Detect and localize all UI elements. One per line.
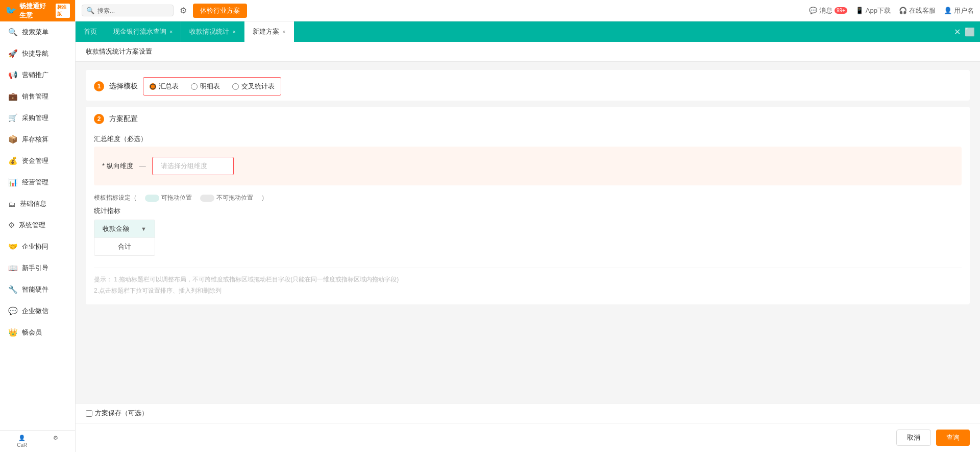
hint-not-draggable: 不可拖动位置: [200, 194, 253, 202]
search-input[interactable]: [97, 7, 159, 14]
home-label: 首页: [84, 27, 97, 36]
topbar: 🔍 ⚙ 体验行业方案 💬 消息 99+ 📱 App下载 🎧 在线客服 👤 用户名: [76, 0, 980, 21]
radio-summary[interactable]: 汇总表: [150, 82, 179, 91]
cancel-button[interactable]: 取消: [896, 430, 931, 446]
sidebar-bottom-item-1[interactable]: 👤 CaR: [17, 435, 27, 448]
tab-collection-stat-label: 收款情况统计: [189, 27, 229, 36]
sidebar-item-hardware[interactable]: 🔧 智能硬件: [0, 279, 75, 300]
radio-detail[interactable]: 明细表: [191, 82, 220, 91]
sidebar-item-label: 快捷导航: [22, 49, 48, 58]
page-header: 收款情况统计方案设置: [76, 42, 980, 62]
hint-close-paren: ）: [261, 194, 267, 202]
message-item[interactable]: 💬 消息 99+: [809, 6, 847, 15]
message-badge: 99+: [835, 7, 847, 14]
tab-collection-stat[interactable]: 收款情况统计 ×: [181, 21, 244, 42]
topbar-search-box[interactable]: 🔍: [82, 5, 174, 16]
wechat-icon: 💬: [8, 306, 18, 316]
save-checkbox[interactable]: [86, 410, 92, 417]
sidebar-item-sales[interactable]: 💼 销售管理: [0, 86, 75, 107]
system-icon: ⚙: [8, 221, 15, 230]
close-window-icon[interactable]: ✕: [954, 27, 961, 37]
sidebar-item-wechat[interactable]: 💬 企业微信: [0, 300, 75, 322]
sidebar-bottom-item-2[interactable]: ⚙: [53, 435, 58, 448]
sidebar-item-enterprise[interactable]: 🤝 企业协同: [0, 236, 75, 257]
vertical-dim-label: * 纵向维度: [102, 161, 133, 171]
management-icon: 📊: [8, 178, 18, 187]
sidebar-item-search[interactable]: 🔍 搜索菜单: [0, 21, 75, 43]
tab-new-plan[interactable]: 新建方案 ×: [244, 21, 294, 42]
subsection-dim-title: 汇总维度（必选）: [94, 129, 962, 147]
step1-badge: 1: [94, 81, 104, 91]
download-icon: 📱: [855, 7, 864, 14]
template-options: 汇总表 明细表 交叉统计表: [143, 77, 281, 96]
username-label: 用户名: [954, 6, 974, 15]
user-item[interactable]: 👤 用户名: [944, 6, 974, 15]
tab-home[interactable]: 首页: [76, 21, 105, 42]
maximize-icon[interactable]: ⬜: [965, 27, 975, 37]
radio-crosstab[interactable]: 交叉统计表: [232, 82, 275, 91]
app-download-item[interactable]: 📱 App下载: [855, 6, 891, 15]
trial-button[interactable]: 体验行业方案: [193, 4, 247, 18]
dimension-select[interactable]: 请选择分组维度: [152, 157, 234, 175]
sidebar-item-management[interactable]: 📊 经营管理: [0, 172, 75, 193]
indicator-table: 收款金额 ▼ 合计: [94, 220, 155, 256]
indicator-section-title: 模板指标设定（: [94, 194, 137, 202]
query-button[interactable]: 查询: [936, 430, 970, 446]
step2-header: 2 方案配置: [86, 107, 970, 129]
sidebar-item-label: 营销推广: [22, 70, 48, 80]
radio-detail-input[interactable]: [191, 83, 198, 90]
sidebar-nav: 🔍 搜索菜单 🚀 快捷导航 📢 营销推广 💼 销售管理 🛒 采购管理 📦 库存核…: [0, 21, 75, 430]
tab-collection-stat-close[interactable]: ×: [232, 29, 235, 35]
online-service-item[interactable]: 🎧 在线客服: [899, 6, 936, 15]
radio-crosstab-input[interactable]: [232, 83, 239, 90]
tab-new-plan-close[interactable]: ×: [282, 29, 285, 35]
main-area: 🔍 ⚙ 体验行业方案 💬 消息 99+ 📱 App下载 🎧 在线客服 👤 用户名: [76, 0, 980, 452]
indicator-hint: 模板指标设定（ 可拖动位置 不可拖动位置 ）: [94, 194, 962, 202]
page-footer: 方案保存（可选）: [76, 403, 980, 423]
sidebar-item-inventory[interactable]: 📦 库存核算: [0, 129, 75, 150]
basic-info-icon: 🗂: [8, 200, 16, 208]
tab-cashflow-close[interactable]: ×: [169, 29, 173, 35]
gear-icon[interactable]: ⚙: [180, 6, 187, 15]
tab-cashflow-label: 现金银行流水查询: [113, 27, 166, 36]
sidebar-item-label: 系统管理: [19, 221, 45, 230]
step2-body: 汇总维度（必选） * 纵向维度 — 请选择分组维度 模板指标设定（: [86, 129, 970, 304]
user-icon: 👤: [944, 7, 952, 14]
bottom-action-bar: 取消 查询: [76, 423, 980, 452]
hint-draggable: 可拖动位置: [145, 194, 192, 202]
radio-summary-input[interactable]: [150, 83, 156, 90]
finance-icon: 💰: [8, 156, 18, 165]
sidebar-item-purchase[interactable]: 🛒 采购管理: [0, 107, 75, 129]
tab-cashflow[interactable]: 现金银行流水查询 ×: [105, 21, 181, 42]
tip-2: 2.点击标题栏下拉可设置排序、插入列和删除列: [94, 286, 962, 297]
topbar-right: 💬 消息 99+ 📱 App下载 🎧 在线客服 👤 用户名: [809, 6, 974, 15]
sidebar-bottom: 👤 CaR ⚙: [0, 430, 75, 452]
indicator-col-header[interactable]: 收款金额 ▼: [94, 220, 155, 237]
indicator-setting: 模板指标设定（ 可拖动位置 不可拖动位置 ） 统计指标: [94, 194, 962, 257]
save-option-label[interactable]: 方案保存（可选）: [86, 409, 148, 418]
step1-title: 选择模板: [109, 82, 138, 91]
sidebar-item-guide[interactable]: 📖 新手引导: [0, 257, 75, 279]
search-icon: 🔍: [8, 28, 18, 37]
sidebar-item-label: 企业微信: [22, 306, 48, 316]
radio-detail-label: 明细表: [200, 82, 220, 91]
app-name: 畅捷通好生意: [19, 2, 53, 20]
step2-title: 方案配置: [109, 114, 138, 124]
dimension-arrow: —: [139, 162, 146, 170]
not-draggable-dot: [200, 195, 214, 202]
enterprise-icon: 🤝: [8, 242, 18, 251]
draggable-dot: [145, 195, 159, 202]
hardware-icon: 🔧: [8, 285, 18, 294]
sidebar-item-system[interactable]: ⚙ 系统管理: [0, 215, 75, 236]
logo-icon: 🐦: [5, 5, 16, 16]
marketing-icon: 📢: [8, 70, 18, 80]
sidebar-item-label: 采购管理: [22, 113, 48, 123]
sidebar-item-finance[interactable]: 💰 资金管理: [0, 150, 75, 172]
sidebar-item-quicknav[interactable]: 🚀 快捷导航: [0, 43, 75, 64]
rocket-icon: 🚀: [8, 49, 18, 58]
sidebar-item-label: 库存核算: [22, 135, 48, 144]
sidebar-item-marketing[interactable]: 📢 营销推广: [0, 64, 75, 86]
sidebar-item-member[interactable]: 👑 畅会员: [0, 322, 75, 343]
breadcrumb: 收款情况统计方案设置: [86, 47, 152, 55]
sidebar-item-basic-info[interactable]: 🗂 基础信息: [0, 193, 75, 215]
